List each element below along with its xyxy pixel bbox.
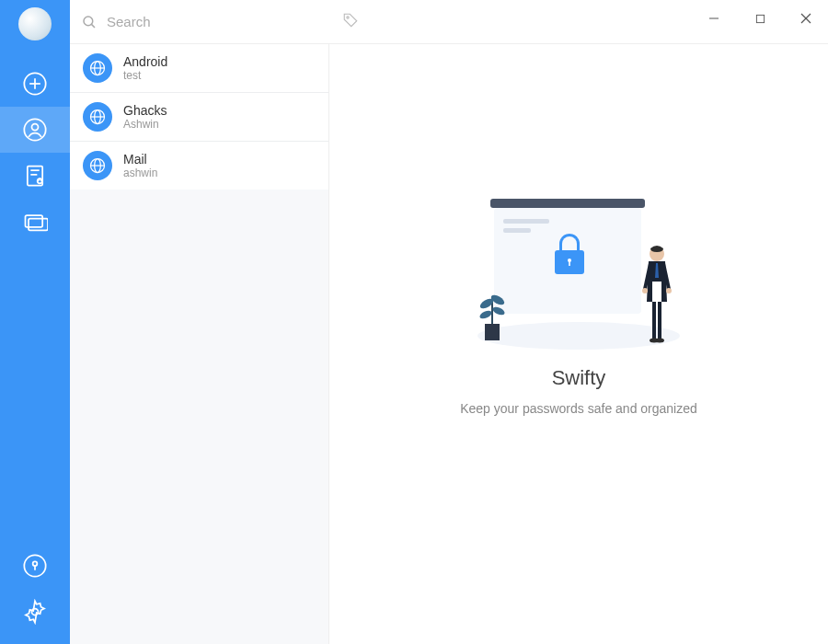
empty-illustration bbox=[468, 199, 689, 355]
svg-point-35 bbox=[478, 309, 493, 320]
sidebar-add-button[interactable] bbox=[0, 61, 70, 107]
item-title: Mail bbox=[123, 152, 157, 167]
svg-rect-32 bbox=[485, 324, 500, 340]
sidebar-bottom-group bbox=[0, 543, 70, 635]
credit-card-icon bbox=[22, 209, 48, 235]
search-input[interactable] bbox=[107, 14, 291, 29]
close-icon bbox=[800, 13, 811, 24]
item-title: Ghacks bbox=[123, 103, 167, 118]
svg-point-14 bbox=[84, 17, 93, 26]
empty-subtitle: Keep your passwords safe and organized bbox=[460, 401, 697, 416]
user-circle-icon bbox=[22, 117, 48, 143]
svg-point-41 bbox=[666, 288, 672, 293]
globe-icon bbox=[83, 151, 112, 180]
svg-point-40 bbox=[642, 288, 648, 293]
svg-point-12 bbox=[33, 561, 38, 566]
maximize-icon bbox=[755, 14, 765, 24]
svg-point-16 bbox=[347, 16, 349, 17]
plant-icon bbox=[474, 287, 511, 342]
window-maximize-button[interactable] bbox=[745, 6, 775, 31]
svg-rect-18 bbox=[756, 15, 764, 22]
detail-panel: Swifty Keep your passwords safe and orga… bbox=[329, 44, 828, 644]
sidebar-vault-button[interactable] bbox=[0, 543, 70, 589]
sidebar-cards-button[interactable] bbox=[0, 199, 70, 245]
lock-icon bbox=[553, 234, 586, 272]
svg-rect-10 bbox=[29, 219, 48, 231]
item-subtitle: Ashwin bbox=[123, 118, 167, 131]
entries-list: Android test Ghacks Ashwin Mail bbox=[70, 44, 329, 644]
window-minimize-button[interactable] bbox=[699, 6, 729, 31]
content-area: Android test Ghacks Ashwin Mail bbox=[70, 44, 828, 644]
svg-rect-31 bbox=[569, 261, 570, 266]
tag-icon bbox=[342, 12, 359, 29]
person-icon bbox=[636, 245, 678, 344]
svg-rect-39 bbox=[658, 302, 661, 339]
list-item[interactable]: Android test bbox=[70, 44, 328, 93]
svg-point-4 bbox=[32, 124, 39, 131]
item-title: Android bbox=[123, 54, 167, 69]
globe-icon bbox=[83, 102, 112, 132]
item-subtitle: test bbox=[123, 69, 167, 82]
main-area: Android test Ghacks Ashwin Mail bbox=[70, 0, 828, 644]
keyhole-icon bbox=[22, 553, 48, 579]
plus-circle-icon bbox=[22, 71, 48, 97]
empty-title: Swifty bbox=[552, 366, 606, 390]
search-box[interactable] bbox=[81, 14, 339, 30]
topbar bbox=[70, 0, 828, 44]
svg-point-36 bbox=[491, 305, 506, 316]
svg-line-15 bbox=[91, 24, 95, 28]
svg-point-13 bbox=[32, 609, 39, 615]
minimize-icon bbox=[708, 13, 719, 24]
search-icon bbox=[81, 14, 98, 30]
window-controls bbox=[699, 0, 821, 37]
svg-point-43 bbox=[655, 339, 664, 343]
sidebar-logins-button[interactable] bbox=[0, 107, 70, 153]
sidebar bbox=[0, 0, 70, 644]
app-logo bbox=[18, 7, 52, 40]
tag-filter-button[interactable] bbox=[342, 12, 359, 32]
svg-rect-38 bbox=[652, 302, 656, 339]
sidebar-settings-button[interactable] bbox=[0, 589, 70, 635]
note-lock-icon bbox=[22, 163, 48, 189]
window-close-button[interactable] bbox=[791, 6, 821, 31]
sidebar-notes-button[interactable] bbox=[0, 153, 70, 199]
item-subtitle: ashwin bbox=[123, 167, 157, 179]
svg-rect-5 bbox=[28, 167, 42, 186]
gear-icon bbox=[22, 599, 48, 625]
list-item[interactable]: Mail ashwin bbox=[70, 142, 328, 190]
globe-icon bbox=[83, 53, 112, 83]
list-item[interactable]: Ghacks Ashwin bbox=[70, 93, 328, 142]
